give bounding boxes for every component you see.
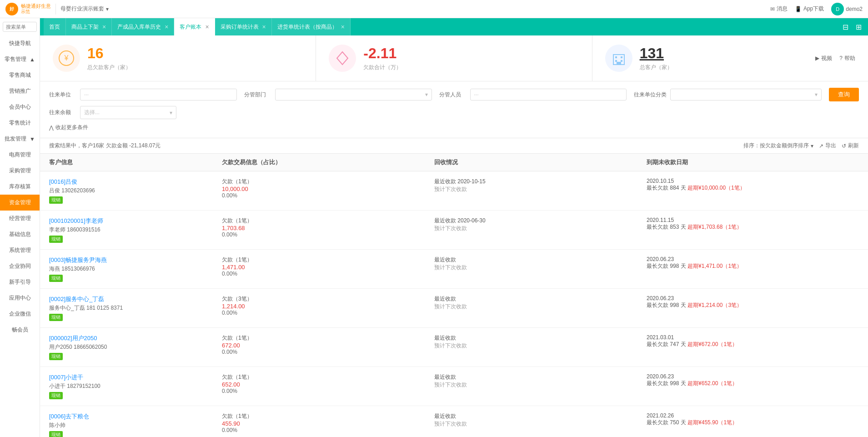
sidebar-item-member[interactable]: 会员中心 <box>0 99 40 115</box>
video-button[interactable]: ▶ 视频 <box>815 55 832 62</box>
collapse-button[interactable]: ⋀ 收起更多条件 <box>49 124 88 131</box>
tab-home[interactable]: 首页 <box>44 18 66 35</box>
tab-customer-close[interactable]: × <box>205 24 209 30</box>
customer-name-link-1[interactable]: [0001020001]李老师 <box>49 217 103 224</box>
message-button[interactable]: ✉ 消息 <box>770 5 788 13</box>
payment-info-1: 预计下次收款 <box>434 225 647 232</box>
cell-duedate-5: 2020.06.23 最长欠款 998 天 超期¥652.00（1笔） <box>647 373 859 387</box>
customer-name-link-4[interactable]: [000002]用户2050 <box>49 335 97 342</box>
col-header-customer: 客户信息 <box>49 158 222 166</box>
debt-amount-4: 672.00 <box>222 342 434 349</box>
tab-customer-account[interactable]: 客户账本 × <box>174 18 215 35</box>
download-icon: 📱 <box>795 6 802 12</box>
filter-balance-input[interactable]: 选择... ▾ <box>80 106 176 119</box>
app-download-button[interactable]: 📱 App下载 <box>795 5 824 13</box>
filter-dept-input[interactable]: ▾ <box>275 89 432 100</box>
tab-home-label: 首页 <box>49 23 60 31</box>
tab-goods-stats-close[interactable]: × <box>341 24 345 30</box>
col-header-debt: 欠款交易信息（占比） <box>222 158 434 166</box>
search-input[interactable] <box>3 22 37 32</box>
sidebar-item-marketing[interactable]: 营销推广 <box>0 83 40 99</box>
payment-info-6: 预计下次收款 <box>434 420 647 428</box>
stat-info-total: 131 总客户（家） <box>640 45 672 71</box>
sidebar-item-weixin[interactable]: 企业微信 <box>0 306 40 322</box>
sidebar-item-guide[interactable]: 新手引导 <box>0 274 40 290</box>
cell-payment-3: 最近收款 预计下次收款 <box>434 295 647 311</box>
filter-category-input[interactable]: ▾ <box>670 89 822 100</box>
sidebar-item-retail-mgmt[interactable]: 零售管理 ▲ <box>0 51 40 67</box>
sidebar-item-wholesale[interactable]: 批发管理 ▼ <box>0 131 40 147</box>
tab-production-close[interactable]: × <box>165 24 168 30</box>
sidebar-item-retail-mall[interactable]: 零售商城 <box>0 67 40 83</box>
sidebar-item-ecommerce[interactable]: 电商管理 <box>0 147 40 163</box>
cell-payment-5: 最近收款 预计下次收款 <box>434 373 647 389</box>
customer-name-link-2[interactable]: [0003]畅捷服务尹海燕 <box>49 256 107 263</box>
svg-rect-8 <box>617 62 621 65</box>
cell-customer-5: [0007]小进干 小进干 18279152100 现销 <box>49 373 222 399</box>
overdue-amount-link-3[interactable]: 超期¥1,214.00（3笔） <box>687 302 742 308</box>
stat-info-debt: -2.11 欠款合计（万） <box>363 45 401 71</box>
tab-goods-stats[interactable]: 进货单统计表（按商品） × <box>272 18 351 35</box>
sidebar-item-purchase[interactable]: 采购管理 <box>0 163 40 179</box>
sidebar-item-inventory[interactable]: 库存核算 <box>0 179 40 195</box>
customer-phone-6: 陈小帅 <box>49 422 222 429</box>
retail-mgmt-label: 零售管理 <box>5 55 26 63</box>
sidebar-item-business[interactable]: 经营管理 <box>0 211 40 226</box>
filter-balance-label: 往来余额 <box>49 109 76 116</box>
customer-name-link-6[interactable]: [0006]去下粮仓 <box>49 413 89 420</box>
filter-customer-dots: ··· <box>84 91 89 98</box>
tab-collapse-icon[interactable]: ⊟ <box>840 23 851 31</box>
table-row: [0003]畅捷服务尹海燕 海燕 18513066976 现销 欠款（1笔） 1… <box>40 250 868 289</box>
sidebar-item-basic-info[interactable]: 基础信息 <box>0 226 40 242</box>
result-bar: 搜索结果中，客户16家 欠款金额 -21,148.07元 排序：按欠款金额倒序排… <box>40 138 868 154</box>
filter-row-2: 往来余额 选择... ▾ <box>49 106 859 119</box>
logo-text: 畅捷通好生意 <box>21 3 51 9</box>
payment-date-3: 最近收款 <box>434 295 647 303</box>
cell-customer-4: [000002]用户2050 用户2050 18665062050 现销 <box>49 334 222 360</box>
customer-phone-0: 吕俊 13026203696 <box>49 187 222 195</box>
sidebar-item-appstore[interactable]: 应用中心 <box>0 290 40 306</box>
overdue-amount-link-6[interactable]: 超期¥455.90（1笔） <box>687 419 738 426</box>
sort-button[interactable]: 排序：按欠款金额倒序排序 ▾ <box>743 142 813 150</box>
tab-production[interactable]: 产成品入库单历史 × <box>112 18 174 35</box>
filter-customer: 往来单位 ··· <box>49 89 237 100</box>
export-button[interactable]: ↗ 导出 <box>819 142 836 150</box>
tab-expand-icon[interactable]: ⊞ <box>853 23 864 31</box>
sidebar-item-retail-stats[interactable]: 零售统计 <box>0 115 40 131</box>
debt-count-3: 欠款（3笔） <box>222 295 434 303</box>
overdue-amount-link-1[interactable]: 超期¥1,703.68（1笔） <box>687 224 742 230</box>
sidebar-item-quick-nav[interactable]: 快捷导航 <box>0 35 40 51</box>
tab-purchase-stats[interactable]: 采购订单统计表 × <box>215 18 272 35</box>
sidebar-item-finance[interactable]: 资金管理 <box>0 195 40 211</box>
sidebar-item-member2[interactable]: 畅会员 <box>0 322 40 338</box>
customer-name-link-3[interactable]: [0002]服务中心_丁磊 <box>49 296 104 302</box>
overdue-amount-link-4[interactable]: 超期¥672.00（1笔） <box>687 341 738 347</box>
tab-goods[interactable]: 商品上下架 × <box>66 18 112 35</box>
store-selector[interactable]: 母婴行业演示账套 ▾ <box>60 5 109 13</box>
overdue-amount-link-0[interactable]: 超期¥10,000.00（1笔） <box>687 185 745 191</box>
sidebar-item-collab[interactable]: 企业协同 <box>0 258 40 274</box>
payment-info-4: 预计下次收款 <box>434 342 647 350</box>
debt-count-1: 欠款（1笔） <box>222 217 434 225</box>
customer-name-link-0[interactable]: [0016]吕俊 <box>49 178 77 185</box>
filter-balance-placeholder: 选择... <box>84 109 100 116</box>
user-button[interactable]: D demo2 <box>831 3 863 15</box>
tab-goods-close[interactable]: × <box>102 24 106 30</box>
refresh-button[interactable]: ↺ 刷新 <box>842 142 859 150</box>
overdue-amount-link-5[interactable]: 超期¥652.00（1笔） <box>687 380 738 387</box>
sidebar-item-system[interactable]: 系统管理 <box>0 242 40 258</box>
search-button[interactable]: 查询 <box>829 88 859 101</box>
customer-phone-5: 小进干 18279152100 <box>49 382 222 390</box>
filter-person-input[interactable]: ··· <box>470 89 627 100</box>
cell-customer-1: [0001020001]李老师 李老师 18600391516 现销 <box>49 217 222 243</box>
refresh-label: 刷新 <box>848 142 859 150</box>
tab-purchase-close[interactable]: × <box>262 24 266 30</box>
customer-name-link-5[interactable]: [0007]小进干 <box>49 374 83 381</box>
tab-actions: ⊟ ⊞ <box>840 23 864 31</box>
overdue-amount-link-2[interactable]: 超期¥1,471.00（1笔） <box>687 263 742 269</box>
customer-tag-4: 现销 <box>49 353 63 360</box>
filter-customer-input[interactable]: ··· <box>80 89 237 100</box>
customer-tag-5: 现销 <box>49 392 63 399</box>
help-button[interactable]: ? 帮助 <box>839 55 855 62</box>
table-row: [0016]吕俊 吕俊 13026203696 现销 欠款（1笔） 10,000… <box>40 171 868 211</box>
